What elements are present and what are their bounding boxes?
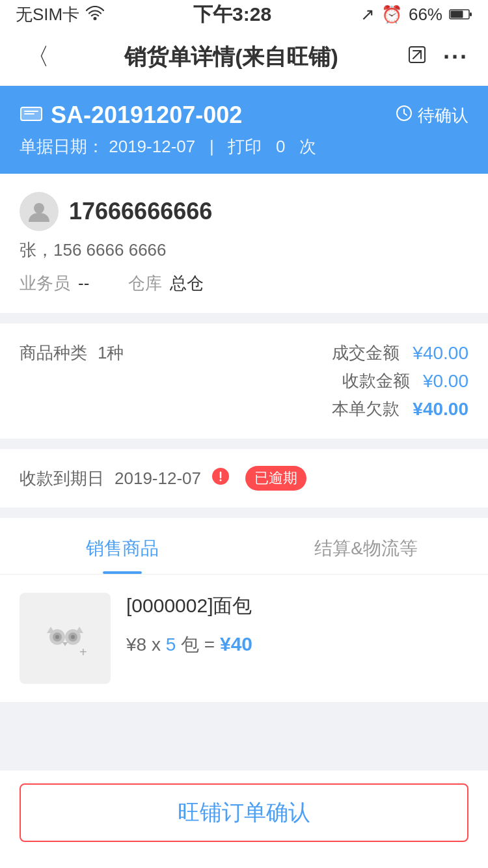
nav-actions: ··· — [407, 44, 468, 71]
status-right: ↗ ⏰ 66% — [360, 5, 472, 25]
transaction-value: ¥40.00 — [413, 343, 468, 364]
time-display: 下午3:28 — [193, 1, 271, 28]
svg-text:+: + — [79, 645, 87, 659]
status-left: 无SIM卡 — [16, 3, 104, 26]
status-bar: 无SIM卡 下午3:28 ↗ ⏰ 66% — [0, 0, 488, 29]
warehouse-label: 仓库 — [128, 272, 162, 295]
product-name: [0000002]面包 — [126, 593, 468, 619]
product-info: [0000002]面包 ¥8 x 5 包 = ¥40 — [126, 593, 468, 657]
svg-point-6 — [34, 203, 44, 213]
transaction-label: 成交金额 — [332, 342, 400, 364]
equals-sign: = — [204, 634, 220, 655]
summary-section: 商品种类 1种 成交金额 ¥40.00 收款金额 ¥0.00 本单欠款 ¥40.… — [0, 323, 488, 439]
product-thumbnail: + — [20, 593, 111, 684]
svg-point-8 — [220, 479, 222, 481]
customer-name: 张，156 6666 6666 — [20, 239, 468, 262]
product-item: + [0000002]面包 ¥8 x 5 包 = ¥40 — [20, 593, 468, 684]
battery-icon — [449, 5, 472, 25]
warehouse-value: 总仓 — [170, 272, 204, 295]
status-text: 待确认 — [418, 104, 468, 127]
more-icon[interactable]: ··· — [443, 44, 468, 71]
due-date-label: 收款到期日 — [20, 467, 104, 490]
tabs-header: 销售商品 结算&物流等 — [0, 518, 488, 575]
tab-sales-products[interactable]: 销售商品 — [0, 518, 244, 574]
svg-point-13 — [55, 635, 59, 639]
wifi-icon — [86, 5, 104, 25]
payment-label: 收款金额 — [342, 370, 410, 392]
product-type-label: 商品种类 — [20, 342, 87, 364]
svg-rect-1 — [450, 10, 463, 18]
nav-bar: 〈 销货单详情(来自旺铺) ··· — [0, 29, 488, 86]
owed-label: 本单欠款 — [332, 398, 400, 420]
clock-icon — [396, 105, 413, 126]
payment-value: ¥0.00 — [423, 371, 468, 392]
location-icon: ↗ — [360, 5, 375, 25]
multiply-sign: x — [152, 634, 166, 655]
owed-value: ¥40.00 — [413, 399, 468, 420]
order-meta: 单据日期： 2019-12-07 | 打印 0 次 — [20, 135, 468, 158]
product-type-value: 1种 — [98, 342, 124, 364]
overdue-badge: 已逾期 — [245, 466, 306, 491]
page-title: 销货单详情(来自旺铺) — [56, 42, 407, 72]
customer-section: 17666666666 张，156 6666 6666 业务员 -- 仓库 总仓 — [0, 174, 488, 313]
bottom-bar: 旺铺订单确认 — [0, 770, 488, 868]
overdue-warning-icon — [211, 467, 230, 490]
customer-phone: 17666666666 — [69, 198, 212, 225]
product-total: ¥40 — [220, 633, 252, 655]
sales-label: 业务员 — [20, 272, 70, 295]
order-status: 待确认 — [396, 104, 468, 127]
sales-value: -- — [78, 273, 89, 293]
product-price-line: ¥8 x 5 包 = ¥40 — [126, 632, 468, 657]
header-card: SA-20191207-002 待确认 单据日期： 2019-12-07 | 打… — [0, 86, 488, 174]
confirm-button[interactable]: 旺铺订单确认 — [20, 783, 468, 842]
product-price: ¥8 — [126, 634, 146, 655]
battery-label: 66% — [409, 5, 442, 25]
order-id: SA-20191207-002 — [20, 102, 242, 129]
back-button[interactable]: 〈 — [20, 34, 56, 79]
order-icon — [20, 102, 43, 129]
product-unit: 包 — [181, 634, 199, 655]
customer-details: 业务员 -- 仓库 总仓 — [20, 272, 468, 295]
tab-settlement[interactable]: 结算&物流等 — [244, 518, 488, 574]
product-qty: 5 — [166, 634, 176, 655]
due-section: 收款到期日 2019-12-07 已逾期 — [0, 449, 488, 508]
alarm-icon: ⏰ — [381, 5, 402, 25]
svg-rect-2 — [470, 12, 472, 16]
due-date-value: 2019-12-07 — [115, 468, 201, 489]
product-section: + [0000002]面包 ¥8 x 5 包 = ¥40 — [0, 575, 488, 702]
avatar — [20, 192, 59, 231]
tabs-section: 销售商品 结算&物流等 — [0, 518, 488, 702]
share-icon[interactable] — [407, 44, 427, 70]
svg-point-14 — [71, 635, 75, 639]
amount-summary: 成交金额 ¥40.00 收款金额 ¥0.00 本单欠款 ¥40.00 — [332, 342, 468, 420]
carrier-label: 无SIM卡 — [16, 3, 79, 26]
